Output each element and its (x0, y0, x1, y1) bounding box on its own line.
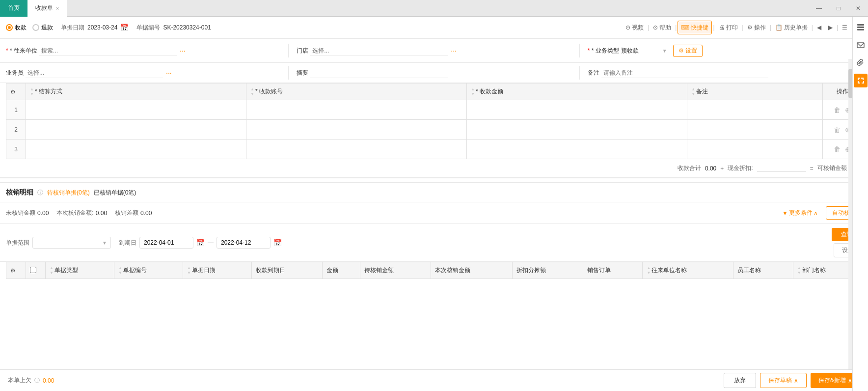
row3-amount[interactable] (467, 140, 687, 159)
bottom-checkbox-header[interactable] (26, 262, 46, 279)
diff-stat: 核销差额 0.00 (115, 209, 152, 217)
from-cal-icon[interactable]: 📅 (196, 239, 205, 247)
tab-home[interactable]: 首页 (0, 0, 27, 17)
tab-receipt[interactable]: 收款单 × (27, 0, 67, 17)
table-row: 3 🗑 ⊕ (6, 140, 862, 159)
staff-input[interactable] (26, 68, 163, 78)
radio-receipt[interactable]: 收款 (6, 24, 27, 32)
shop-input[interactable] (310, 46, 448, 56)
close-button[interactable]: ✕ (848, 0, 868, 17)
right-toolbar: ⊙ 视频 | ⊙ 帮助 | ⌨ 快捷键 | 🖨 打印 | ⚙ 操作 (623, 21, 862, 34)
table-row: 2 🗑 ⊕ (6, 120, 862, 140)
svg-rect-0 (857, 24, 864, 26)
settings-gear-icon[interactable]: ⚙ (10, 88, 16, 95)
cash-discount-input[interactable] (757, 165, 806, 172)
biz-type-dropdown-icon[interactable]: ▼ (662, 48, 667, 54)
video-button[interactable]: ⊙ 视频 (623, 21, 647, 34)
doc-num-label: 单据编号 (136, 24, 160, 32)
form-header: 收款 退款 单据日期 2023-03-24 📅 单据编号 SK-20230324… (0, 17, 868, 39)
doc-range-select[interactable] (32, 237, 111, 249)
settings-button[interactable]: ⚙ 设置 (673, 45, 703, 57)
from-date-input[interactable] (139, 237, 193, 249)
row3-account[interactable] (246, 140, 467, 159)
video-label: 视频 (632, 24, 644, 32)
pending-tab[interactable]: 待核销单据(0笔) (47, 189, 90, 197)
layout-list[interactable]: ☰ (839, 21, 850, 34)
col-doc-type: ▲▼ 单据类型 (46, 262, 114, 279)
discard-button[interactable]: 放弃 (724, 373, 756, 388)
shortcut-label: 快捷键 (691, 24, 708, 32)
row2-delete-icon[interactable]: 🗑 (834, 126, 841, 134)
doc-num: 单据编号 SK-20230324-001 (136, 24, 211, 32)
row2-account[interactable] (246, 120, 467, 140)
save-draft-button[interactable]: 保存草稿 ∧ (760, 373, 807, 388)
row3-delete-icon[interactable]: 🗑 (834, 145, 841, 153)
actions-label: 操作 (754, 24, 766, 32)
staff-label: 业务员 (6, 69, 24, 77)
side-icon-attachment[interactable] (854, 56, 868, 70)
help-icon: ⊙ (653, 24, 658, 31)
select-all-checkbox[interactable] (30, 267, 36, 273)
doc-num-value[interactable]: SK-20230324-001 (163, 24, 211, 31)
side-icon-email[interactable] (854, 38, 868, 52)
table-settings-header[interactable]: ⚙ (6, 84, 26, 100)
doc-range-select-wrap: ▼ (32, 237, 111, 249)
nav-next[interactable]: ▶ (825, 21, 836, 34)
row1-amount[interactable] (467, 100, 687, 120)
shop-more-icon[interactable]: ··· (451, 47, 457, 55)
col-doc-date-bottom: ▲▼ 单据日期 (183, 262, 252, 279)
done-tab[interactable]: 已核销单据(0笔) (94, 189, 136, 197)
tab-close-icon[interactable]: × (56, 5, 59, 11)
unchecked-value: 0.00 (37, 210, 49, 217)
row2-amount[interactable] (467, 120, 687, 140)
note-label: 备注 (588, 69, 599, 77)
to-date-input[interactable] (217, 237, 271, 249)
summary-label: 摘要 (297, 69, 308, 77)
divider-3 (288, 66, 289, 80)
row1-settlement[interactable] (26, 100, 246, 120)
row1-note[interactable] (687, 100, 823, 120)
video-icon: ⊙ (625, 24, 630, 31)
maximize-button[interactable]: □ (829, 0, 848, 17)
scrollbar-thumb[interactable] (848, 69, 852, 98)
more-conditions-button[interactable]: ▼ 更多条件 ∧ (782, 209, 818, 217)
side-icon-table[interactable] (854, 21, 868, 34)
col-settlement-label: * 结算方式 (35, 87, 62, 96)
nav-prev[interactable]: ◀ (814, 21, 824, 34)
actions-button[interactable]: ⚙ 操作 (744, 21, 769, 34)
radio-refund[interactable]: 退款 (32, 24, 53, 32)
counterpart-input[interactable] (39, 46, 177, 56)
summary-input[interactable] (310, 68, 448, 78)
bottom-settings-icon[interactable]: ⚙ (10, 267, 16, 274)
minimize-button[interactable]: — (809, 0, 829, 17)
scrollbar[interactable] (848, 59, 852, 369)
side-icon-expand[interactable] (854, 74, 868, 87)
row1-delete-icon[interactable]: 🗑 (834, 106, 841, 114)
staff-more-icon[interactable]: ··· (166, 69, 172, 77)
biz-type-value[interactable]: 预收款 (621, 47, 660, 55)
history-button[interactable]: 📋 历史单据 (772, 21, 811, 34)
to-cal-icon[interactable]: 📅 (273, 239, 282, 247)
note-input[interactable] (601, 68, 768, 78)
footer-info-icon[interactable]: ⓘ (34, 377, 40, 384)
form-fields-2: 业务员 ··· 摘要 备注 (0, 63, 868, 83)
row3-settlement[interactable] (26, 140, 246, 159)
row1-account[interactable] (246, 100, 467, 120)
row3-note[interactable] (687, 140, 823, 159)
section-info-icon[interactable]: ⓘ (37, 189, 43, 197)
due-date-label: 到期日 (119, 239, 136, 247)
form-fields-1: * 往来单位 ··· 门店 ··· * 业务类型 预收款 ▼ ⚙ 设置 (0, 39, 868, 63)
help-button[interactable]: ⊙ 帮助 (650, 21, 674, 34)
date-value[interactable]: 2023-03-24 (87, 24, 117, 31)
print-button[interactable]: 🖨 打印 (716, 21, 741, 34)
bottom-settings-header[interactable]: ⚙ (6, 262, 26, 279)
row2-note[interactable] (687, 120, 823, 140)
section-header: 核销明细 ⓘ 待核销单据(0笔) 已核销单据(0笔) (0, 183, 868, 202)
calendar-icon[interactable]: 📅 (120, 24, 129, 31)
counterpart-more-icon[interactable]: ··· (180, 47, 186, 55)
draft-arrow-icon: ∧ (794, 377, 798, 384)
save-arrow-icon: ∧ (848, 377, 852, 384)
maximize-icon: □ (837, 5, 840, 12)
row2-settlement[interactable] (26, 120, 246, 140)
shortcut-button[interactable]: ⌨ 快捷键 (678, 21, 712, 34)
